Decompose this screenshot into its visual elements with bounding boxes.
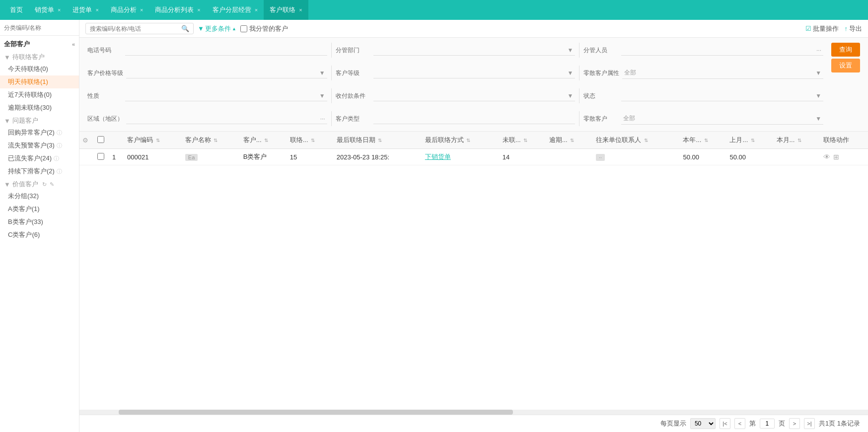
sidebar-item-lost[interactable]: 已流失客户(24) ⓘ [0,152,79,165]
retail-customer-select[interactable]: 全部 ▼ [621,113,823,125]
refresh-icon[interactable]: ↻ [42,181,47,188]
nav-home[interactable]: 首页 [4,0,29,20]
bulk-op-btn[interactable]: ☑ 批量操作 [805,24,839,33]
last-page-btn[interactable]: >| [804,418,815,429]
nav-purchase[interactable]: 进货单 × [67,0,104,20]
row-contact: 15 [287,149,334,165]
filter-search-icon[interactable]: 🔍 [181,25,189,32]
purchase-close-icon[interactable]: × [95,7,98,13]
filter-search-container: 🔍 [85,23,194,34]
info-icon-1: ⓘ [57,129,62,137]
per-page-select[interactable]: 50 100 200 [690,418,716,429]
region-ellipsis[interactable]: ··· [320,115,325,122]
payment-select[interactable]: ▼ [373,91,576,101]
page-number-input[interactable] [760,419,775,429]
next-page-btn[interactable]: > [789,418,800,429]
manager-ellipsis[interactable]: ··· [816,47,821,54]
export-label: 导出 [849,24,862,33]
product-analysis-close-icon[interactable]: × [140,7,143,13]
sidebar-item-ungrouped[interactable]: 未分组(32) [0,190,79,203]
sidebar-search-container: 🔍 [0,20,79,36]
filter-retail-customer: 零散客户 全部 ▼ [583,113,823,125]
horizontal-scrollbar[interactable] [79,410,868,415]
sort-icon-this-month[interactable]: ⇅ [797,138,801,143]
dept-select[interactable]: ▼ [373,45,576,56]
sort-icon-last-month[interactable]: ⇅ [751,138,755,143]
sidebar-item-tomorrow-contact[interactable]: 明天待联络(1) [0,75,79,88]
sidebar-item-class-c[interactable]: C类客户(6) [0,228,79,241]
nav-product-analysis[interactable]: 商品分析 × [105,0,149,20]
sidebar-item-losing[interactable]: 流失预警客户(3) ⓘ [0,139,79,152]
first-page-btn[interactable]: |< [720,418,730,429]
sort-icon-name[interactable]: ⇅ [214,138,217,143]
set-button[interactable]: 设置 [831,59,860,72]
last-contact-method-link[interactable]: 下销货单 [425,153,451,160]
my-customers-checkbox[interactable] [240,25,247,32]
grid-action-icon[interactable]: ⊞ [833,153,839,161]
filter-search-input[interactable] [90,25,179,32]
sidebar-item-week-contact[interactable]: 近7天待联络(0) [0,88,79,101]
phone-label: 电话号码 [87,46,122,55]
col-this-month-label: 本月... [777,136,795,144]
week-contact-label: 近7天待联络(0) [8,90,52,99]
product-analysis-list-close-icon[interactable]: × [197,7,200,13]
gear-settings-icon[interactable]: ⚙ [82,137,88,144]
arrow-down-icon3: ▼ [4,181,10,188]
customer-type-input[interactable] [373,114,576,124]
scrollbar-thumb[interactable] [119,410,513,415]
retail-attr-chevron: ▼ [815,70,821,76]
sort-icon-type[interactable]: ⇅ [264,138,268,143]
nature-select[interactable]: ▼ [125,91,327,101]
sort-icon-unit-contact[interactable]: ⇅ [644,138,648,143]
sort-icon-date[interactable]: ⇅ [378,138,382,143]
sort-icon-this-year[interactable]: ⇅ [704,138,708,143]
sidebar-item-declining[interactable]: 持续下滑客户(2) ⓘ [0,165,79,178]
nav-sales[interactable]: 销货单 × [29,0,67,20]
sidebar-item-class-b[interactable]: B类客户(33) [0,216,79,228]
sidebar-item-repeat-abnormal[interactable]: 回购异常客户(2) ⓘ [0,126,79,139]
more-conditions-btn[interactable]: ▼ 更多条件 ▲ [198,24,236,33]
retail-attr-select[interactable]: 全部 ▼ [622,67,823,79]
sales-close-icon[interactable]: × [58,7,61,13]
select-all-checkbox[interactable] [97,136,104,143]
sort-icon-method[interactable]: ⇅ [466,138,470,143]
prev-page-btn[interactable]: < [734,418,745,429]
collapse-icon[interactable]: « [72,41,75,47]
customer-level-select[interactable]: ▼ [373,68,576,78]
row-unit-contact: ·· [593,149,680,165]
col-unit-contact: 往来单位联系人 ⇅ [593,132,680,149]
info-icon-3: ⓘ [54,155,59,162]
sidebar-item-class-a[interactable]: A类客户(1) [0,203,79,216]
row-select-checkbox[interactable] [97,153,104,160]
purchase-label: 进货单 [72,5,92,14]
customer-contact-close-icon[interactable]: × [299,7,302,13]
name-masked: Ea [185,154,198,161]
sort-icon-overdue[interactable]: ⇅ [570,138,574,143]
nav-product-analysis-list[interactable]: 商品分析列表 × [149,0,206,20]
my-customers-check[interactable]: 我分管的客户 [240,24,288,33]
nav-customer-segmentation[interactable]: 客户分层经营 × [207,0,264,20]
nav-customer-contact[interactable]: 客户联络 × [264,0,308,20]
status-select[interactable]: ▼ [621,91,823,101]
price-level-select[interactable]: ▼ [126,68,327,78]
export-btn[interactable]: ↑ 导出 [845,24,863,33]
sort-icon-code[interactable]: ⇅ [156,138,160,143]
filter-bar: 🔍 ▼ 更多条件 ▲ 我分管的客户 ☑ 批量操作 ↑ 导出 [79,20,868,38]
sort-icon-not-contacted[interactable]: ⇅ [523,138,527,143]
table-row: 1 000021 Ea B类客户 15 2023-05-23 18:25: 下销… [79,149,868,165]
sidebar-item-today-contact[interactable]: 今天待联络(0) [0,63,79,75]
eye-action-icon[interactable]: 👁 [823,153,830,161]
query-button[interactable]: 查询 [831,43,860,57]
customer-segmentation-close-icon[interactable]: × [255,7,258,13]
table-footer: 每页显示 50 100 200 |< < 第 页 > >| 共1页 1条记录 [79,415,868,432]
dept-label: 分管部门 [336,46,370,55]
price-level-label: 客户价格等级 [87,69,123,77]
filter-row-3: 性质 ▼ 收付款条件 ▼ [87,88,823,103]
customer-level-label: 客户等级 [336,69,370,77]
sidebar-item-overdue-contact[interactable]: 逾期未联络(30) [0,101,79,114]
sort-icon-contact[interactable]: ⇅ [311,138,315,143]
edit-icon[interactable]: ✎ [50,181,54,188]
filter-row-4: 区域（地区） ··· 客户类型 零散客户 [87,111,823,126]
phone-input[interactable] [125,45,327,56]
sidebar-search-input[interactable] [4,24,78,31]
